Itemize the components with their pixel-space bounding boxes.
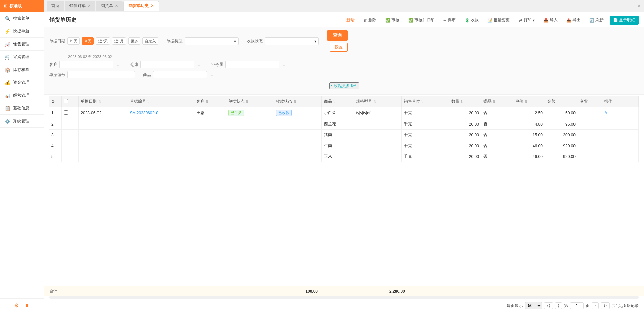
col-goods[interactable]: 商品 ⇅ [321,96,354,107]
warehouse-input[interactable] [140,61,194,68]
row-doc-no-cell[interactable] [128,140,194,151]
row-unit-cell: 千克 [401,151,449,162]
row-doc-no-cell[interactable] [128,151,194,162]
row-check-cell[interactable] [61,140,79,151]
staff-input[interactable] [225,61,279,68]
col-unit[interactable]: 销售单位 ⇅ [401,96,449,107]
sidebar-item-operations[interactable]: 📊 经营管理 [0,89,44,102]
sidebar-item-purchase[interactable]: 🛒 采购管理 [0,51,44,63]
batch-change-button[interactable]: 📝 批量变更 [485,16,512,24]
customer-input[interactable] [59,61,113,68]
col-doc-date[interactable]: 单据日期 ⇅ [79,96,128,107]
row-check-cell[interactable] [61,107,79,119]
col-price[interactable]: 单价 ⇅ [513,96,545,107]
date-btn-yesterday[interactable]: 昨天 [67,37,80,45]
date-btn-custom[interactable]: 自定义 [142,37,158,45]
date-btn-7days[interactable]: 近7天 [96,37,110,45]
doc-no-input[interactable] [67,71,135,78]
display-detail-button[interactable]: 📄 显示明细 [610,16,639,25]
abandon-button[interactable]: ↩ 弃审 [441,16,458,24]
import-button[interactable]: 📥 导入 [541,16,560,24]
tab-sales-history[interactable]: 销货单历史 ✕ [123,1,159,11]
tab-sales-order-label: 销售订单 [69,3,86,9]
sidebar-item-search-menu[interactable]: 🔍 搜索菜单 [0,12,44,25]
row-customer-cell [194,130,226,140]
table-row: 3 猪肉 千克 20.00 否 15.00 300.00 [49,130,639,140]
col-doc-no[interactable]: 单据编号 ⇅ [128,96,194,107]
audit-print-button[interactable]: ✅ 审核并打印 [405,16,437,24]
collapse-button[interactable]: ∧ 收起更多条件 [329,82,359,89]
row-check-cell[interactable] [61,119,79,130]
last-page-button[interactable]: ⟩⟩ [601,302,610,309]
next-page-button[interactable]: ⟩ [592,302,599,309]
sidebar-item-quick-nav[interactable]: ⚡ 快捷导航 [0,25,44,38]
audit-button[interactable]: ✅ 审核 [383,16,402,24]
sidebar-item-inventory[interactable]: 🏠 库存核算 [0,63,44,76]
goods-ellipsis-icon[interactable]: … [209,72,216,77]
row-doc-no-cell[interactable]: SA-20230602-0 [128,107,194,119]
col-collect-status[interactable]: 收款状态 ⇅ [274,96,321,107]
gear-icon: ⚙️ [5,119,10,124]
export-button[interactable]: 📤 导出 [564,16,583,24]
close-sales-history-icon[interactable]: ✕ [151,4,154,8]
date-btn-1month[interactable]: 近1月 [112,37,126,45]
page-number-input[interactable] [570,302,584,309]
sidebar-item-finance[interactable]: 💰 资金管理 [0,76,44,89]
row-check-cell[interactable] [61,151,79,162]
sidebar-settings-icon[interactable]: ⚙ [14,302,19,309]
col-customer[interactable]: 客户 ⇅ [194,96,226,107]
doc-no-link[interactable]: SA-20230602-0 [130,111,158,115]
sidebar-item-sales[interactable]: 📈 销售管理 [0,38,44,51]
sidebar-item-label: 销售管理 [13,41,29,47]
row-doc-no-cell[interactable] [128,130,194,140]
close-sales-goods-icon[interactable]: ✕ [115,4,118,8]
sidebar-item-basic-info[interactable]: 📋 基础信息 [0,102,44,115]
edit-action[interactable]: ✎ [604,111,608,115]
doc-type-select[interactable]: ▾ [185,37,239,45]
row-qty-cell: 20.00 [449,107,481,119]
col-check[interactable] [61,96,79,107]
query-button[interactable]: 查询 [327,30,348,41]
col-amount[interactable]: 金额 [545,96,578,107]
close-sales-order-icon[interactable]: ✕ [88,4,91,8]
warehouse-ellipsis-icon[interactable]: … [196,62,203,67]
row-goods-cell: 玉米 [321,151,354,162]
print-button[interactable]: 🖨 打印 ▾ [516,16,537,24]
delete-button[interactable]: 🗑 删除 [361,16,379,24]
col-spec[interactable]: 规格型号 ⇅ [354,96,401,107]
sidebar-toggle-icon[interactable]: ⏸ [24,303,30,309]
col-settings[interactable]: ⚙ [49,96,61,107]
add-button[interactable]: + 新增 [340,16,357,24]
settings-button[interactable]: 设置 [330,43,348,52]
tab-home[interactable]: 首页 [47,1,64,11]
sidebar-item-system[interactable]: ⚙️ 系统管理 [0,115,44,128]
refresh-button[interactable]: 🔄 刷新 [587,16,606,24]
col-qty[interactable]: 数量 ⇅ [449,96,481,107]
more-action[interactable]: ⋮⋮ [609,111,617,115]
row-amount-cell: 96.00 [545,119,578,130]
col-gift[interactable]: 赠品 ⇅ [481,96,513,107]
collect-button[interactable]: 💲 收款 [462,16,481,24]
row-check-cell[interactable] [61,130,79,140]
row-collect-status-cell [274,151,321,162]
page-size-select[interactable]: 50 100 [525,302,542,309]
row-checkbox[interactable] [64,110,68,115]
filter-customer: 客户 … [49,61,122,68]
row-doc-status-cell [226,151,274,162]
tab-sales-goods[interactable]: 销货单 ✕ [96,1,123,11]
customer-ellipsis-icon[interactable]: … [115,62,122,67]
staff-ellipsis-icon[interactable]: … [281,62,288,67]
first-page-button[interactable]: ⟨⟨ [544,302,553,309]
tab-close-all-icon[interactable]: ✕ [637,3,641,9]
goods-input[interactable] [153,71,207,78]
horizontal-scrollbar[interactable] [49,296,639,299]
tab-sales-order[interactable]: 销售订单 ✕ [65,1,95,11]
date-btn-more[interactable]: 更多 [128,37,140,45]
date-btn-today[interactable]: 今天 [82,37,94,45]
col-transaction[interactable]: 交货 [578,96,602,107]
collect-status-select[interactable]: ▾ [265,37,319,45]
select-all-checkbox[interactable] [64,99,68,103]
col-doc-status[interactable]: 单据状态 ⇅ [226,96,274,107]
prev-page-button[interactable]: ⟨ [555,302,562,309]
row-doc-no-cell[interactable] [128,119,194,130]
